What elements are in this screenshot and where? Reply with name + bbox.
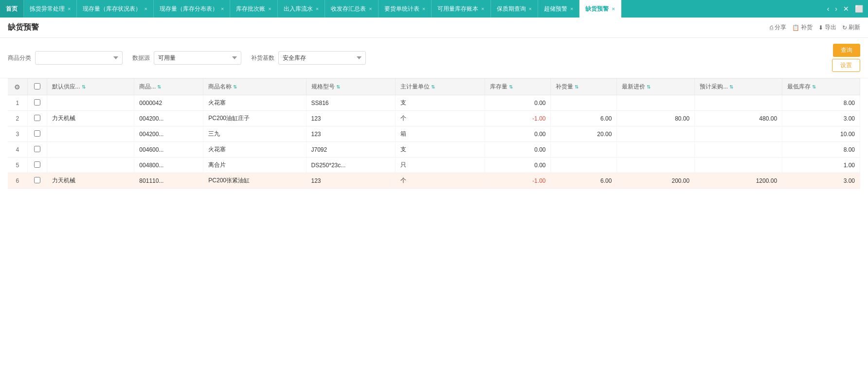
tab-order-stats[interactable]: 要货单统计表 × — [379, 0, 432, 18]
query-button[interactable]: 查询 — [833, 44, 860, 57]
datasource-filter-group: 数据源 可用量 库存量 — [132, 51, 241, 65]
tab-expiry-query[interactable]: 保质期查询 × — [491, 0, 538, 18]
export-btn[interactable]: ⬇ 导出 — [818, 23, 836, 32]
row-min-stock-3: 10.00 — [782, 126, 860, 142]
row-spec-1: SS816 — [306, 95, 395, 111]
row-est-purchase-2: 480.00 — [695, 111, 782, 126]
tab-available-ledger[interactable]: 可用量库存账本 × — [432, 0, 490, 18]
close-inventory-dist-tab[interactable]: × — [221, 6, 224, 12]
close-collect-summary-tab[interactable]: × — [369, 6, 372, 12]
row-stock-1: 0.00 — [485, 95, 551, 111]
tab-overstock[interactable]: 超储预警 × — [538, 0, 579, 18]
th-stock[interactable]: 库存量 ⇅ — [485, 79, 551, 95]
replenish-base-filter-group: 补货基数 安全库存 最低库存 — [251, 51, 366, 65]
th-supplier[interactable]: 默认供应... ⇅ — [47, 79, 134, 95]
th-product-code[interactable]: 商品... ⇅ — [134, 79, 203, 95]
tab-inventory-status[interactable]: 现存量（库存状况表） × — [77, 0, 153, 18]
tab-home[interactable]: 首页 — [0, 0, 24, 18]
row-checkbox-4[interactable] — [27, 142, 47, 158]
row-replenish-qty-3: 20.00 — [551, 126, 617, 142]
row-unit-1: 支 — [395, 95, 485, 111]
row-checkbox-1[interactable] — [27, 95, 47, 111]
tab-inout-flow[interactable]: 出入库流水 × — [278, 0, 325, 18]
close-available-ledger-tab[interactable]: × — [481, 6, 484, 12]
category-filter-group: 商品分类 — [8, 51, 123, 65]
row-checkbox-3[interactable] — [27, 126, 47, 142]
row-spec-4: J7092 — [306, 142, 395, 158]
tab-batch-account[interactable]: 库存批次账 × — [230, 0, 277, 18]
row-latest-price-6: 200.00 — [617, 173, 695, 189]
export-icon: ⬇ — [818, 24, 823, 31]
column-settings-icon[interactable]: ⚙ — [14, 83, 20, 91]
table-row: 2 力天机械 004200... PC200油缸庄子 123 个 -1.00 6… — [8, 111, 860, 126]
row-product-name-3: 三九 — [203, 126, 306, 142]
replenish-base-select[interactable]: 安全库存 最低库存 — [278, 51, 366, 65]
replenish-base-label: 补货基数 — [251, 54, 274, 62]
row-latest-price-4 — [617, 142, 695, 158]
row-checkbox-6[interactable] — [27, 173, 47, 189]
unit-sort-icon: ⇅ — [431, 84, 435, 89]
tab-exception[interactable]: 拣货异常处理 × — [24, 0, 77, 18]
close-exception-tab[interactable]: × — [68, 6, 71, 12]
th-est-purchase[interactable]: 预计采购... ⇅ — [695, 79, 782, 95]
row-product-code-6: 801110... — [134, 173, 203, 189]
close-shortage-tab[interactable]: × — [612, 6, 615, 12]
category-select[interactable] — [35, 51, 123, 65]
select-all-checkbox[interactable] — [34, 83, 40, 89]
th-product-name[interactable]: 商品名称 ⇅ — [203, 79, 306, 95]
row-unit-5: 只 — [395, 158, 485, 173]
th-settings: ⚙ — [8, 79, 27, 95]
row-unit-6: 个 — [395, 173, 485, 189]
th-replenish-qty[interactable]: 补货量 ⇅ — [551, 79, 617, 95]
row-checkbox-5[interactable] — [27, 158, 47, 173]
tab-next-btn[interactable]: › — [832, 5, 840, 13]
tab-collect-summary[interactable]: 收发存汇总表 × — [325, 0, 378, 18]
table-header-row: ⚙ 默认供应... ⇅ 商品... ⇅ — [8, 79, 860, 95]
datasource-label: 数据源 — [132, 54, 150, 62]
refresh-btn[interactable]: ↻ 刷新 — [842, 23, 860, 32]
replenish-btn[interactable]: 📋 补货 — [792, 23, 813, 32]
share-btn[interactable]: ⎙ 分享 — [770, 23, 786, 32]
close-expiry-query-tab[interactable]: × — [529, 6, 532, 12]
row-est-purchase-4 — [695, 142, 782, 158]
row-min-stock-5: 1.00 — [782, 158, 860, 173]
th-unit[interactable]: 主计量单位 ⇅ — [395, 79, 485, 95]
row-supplier-6: 力天机械 — [47, 173, 134, 189]
close-inout-flow-tab[interactable]: × — [316, 6, 319, 12]
row-spec-3: 123 — [306, 126, 395, 142]
close-batch-account-tab[interactable]: × — [268, 6, 271, 12]
close-order-stats-tab[interactable]: × — [422, 6, 425, 12]
row-replenish-qty-5 — [551, 158, 617, 173]
row-product-name-4: 火花塞 — [203, 142, 306, 158]
datasource-select[interactable]: 可用量 库存量 — [154, 51, 241, 65]
tab-close-all-btn[interactable]: ✕ — [840, 5, 852, 13]
settings-button[interactable]: 设置 — [832, 59, 860, 72]
row-product-name-2: PC200油缸庄子 — [203, 111, 306, 126]
row-min-stock-4: 8.00 — [782, 142, 860, 158]
tab-prev-btn[interactable]: ‹ — [824, 5, 832, 13]
tab-inventory-dist[interactable]: 现存量（库存分布表） × — [154, 0, 230, 18]
close-inventory-status-tab[interactable]: × — [144, 6, 147, 12]
row-est-purchase-5 — [695, 158, 782, 173]
spec-sort-icon: ⇅ — [336, 84, 340, 89]
row-num-4: 4 — [8, 142, 27, 158]
tab-restore-btn[interactable]: ⬜ — [852, 5, 866, 13]
table-body: 1 0000042 火花塞 SS816 支 0.00 8.00 2 力天机械 0… — [8, 95, 860, 189]
row-spec-5: DS250*23c... — [306, 158, 395, 173]
row-min-stock-1: 8.00 — [782, 95, 860, 111]
row-stock-3: 0.00 — [485, 126, 551, 142]
th-spec[interactable]: 规格型号 ⇅ — [306, 79, 395, 95]
row-checkbox-2[interactable] — [27, 111, 47, 126]
row-unit-4: 支 — [395, 142, 485, 158]
th-min-stock[interactable]: 最低库存 ⇅ — [782, 79, 860, 95]
tab-shortage[interactable]: 缺货预警 × — [579, 0, 621, 18]
row-product-code-3: 004200... — [134, 126, 203, 142]
row-spec-2: 123 — [306, 111, 395, 126]
row-latest-price-5 — [617, 158, 695, 173]
close-overstock-tab[interactable]: × — [570, 6, 573, 12]
row-supplier-4 — [47, 142, 134, 158]
est-purchase-sort-icon: ⇅ — [729, 84, 733, 89]
row-latest-price-1 — [617, 95, 695, 111]
product-code-sort-icon: ⇅ — [157, 84, 161, 89]
th-latest-price[interactable]: 最新进价 ⇅ — [617, 79, 695, 95]
